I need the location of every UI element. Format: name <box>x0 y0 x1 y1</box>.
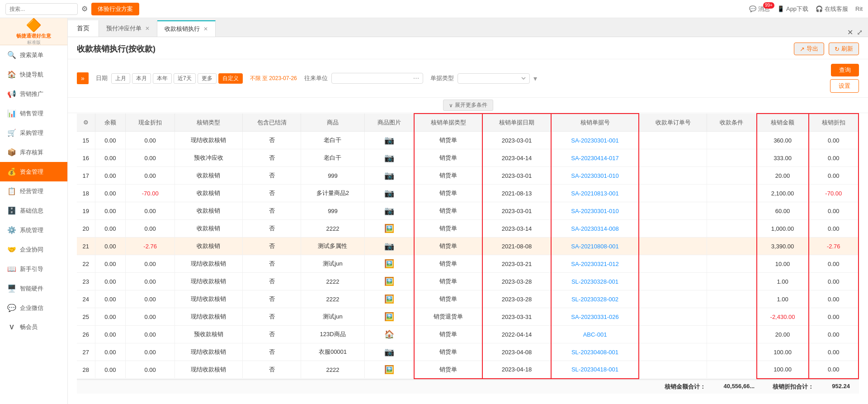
filter-expand-button[interactable]: » <box>77 72 89 84</box>
sidebar-item-corp[interactable]: 🤝 企业协同 <box>0 240 67 259</box>
cell-type: 收款核销 <box>175 202 243 220</box>
cell-goods: 999 <box>301 167 365 185</box>
bill-type-select[interactable] <box>458 73 530 84</box>
table-row: 24 0.00 0.00 现结收款核销 否 2222 🖼️ 销货单 2023-0… <box>77 290 859 308</box>
col-gear[interactable]: ⚙ <box>77 114 95 132</box>
sidebar-label-corp: 企业协同 <box>20 246 43 254</box>
sidebar-item-system[interactable]: ⚙️ 系统管理 <box>0 220 67 240</box>
cell-bill-no[interactable]: SA-20230321-012 <box>551 255 639 273</box>
cell-discount: 0.00 <box>809 220 859 238</box>
bill-no-link[interactable]: SL-20230328-001 <box>571 278 618 285</box>
table-row: 22 0.00 0.00 现结收款核销 否 测试jun 🖼️ 销货单 2023-… <box>77 255 859 273</box>
cell-settled: 否 <box>242 273 301 290</box>
cell-bill-no[interactable]: SA-20230331-026 <box>551 308 639 326</box>
cell-bill-no[interactable]: SA-20230301-010 <box>551 167 639 185</box>
bill-no-link[interactable]: SA-20230314-008 <box>571 225 619 232</box>
bill-no-link[interactable]: SA-20230301-010 <box>571 208 619 214</box>
cell-goods: 测试多属性 <box>301 238 365 255</box>
cell-bill-no[interactable]: SA-20230414-017 <box>551 149 639 167</box>
bill-no-link[interactable]: ABC-001 <box>583 331 607 338</box>
sidebar-item-inventory[interactable]: 📦 库存核算 <box>0 143 67 162</box>
sidebar-item-smart[interactable]: 🖥️ 智能硬件 <box>0 279 67 298</box>
cell-bill-no[interactable]: SA-20210808-001 <box>551 238 639 255</box>
date-btn-last-month[interactable]: 上月 <box>111 73 130 84</box>
settings-icon[interactable]: ⚙ <box>81 5 88 13</box>
window-close-icon[interactable]: ✕ <box>847 28 853 37</box>
cell-bill-no[interactable]: SA-20210813-001 <box>551 185 639 202</box>
table-row: 23 0.00 0.00 现结收款核销 否 2222 🖼️ 销货单 2023-0… <box>77 273 859 290</box>
sidebar-item-sales[interactable]: 📊 销售管理 <box>0 104 67 123</box>
sidebar-item-search-menu[interactable]: 🔍 搜索菜单 <box>0 45 67 65</box>
cell-bill-no[interactable]: SL-20230328-001 <box>551 273 639 290</box>
date-filter-group: 日期 上月 本月 本年 近7天 更多 自定义 <box>96 73 243 84</box>
date-label: 日期 <box>96 74 108 82</box>
date-btn-custom[interactable]: 自定义 <box>218 73 243 84</box>
expand-more-button[interactable]: ∨ 展开更多条件 <box>443 100 493 111</box>
cell-bill-no[interactable]: SL-20230408-001 <box>551 343 639 361</box>
sidebar-item-biz[interactable]: 📋 经营管理 <box>0 181 67 201</box>
cell-type: 预收款核销 <box>175 326 243 343</box>
cell-bill-no[interactable]: SA-20230301-010 <box>551 202 639 220</box>
bill-no-link[interactable]: SL-20230328-002 <box>571 296 618 303</box>
bill-no-link[interactable]: SA-20230321-012 <box>571 261 619 267</box>
cell-bill-type: 销货退货单 <box>414 308 482 326</box>
query-button[interactable]: 查询 <box>831 64 859 76</box>
search-input[interactable] <box>5 3 78 15</box>
bill-no-link[interactable]: SA-20230331-026 <box>571 314 619 320</box>
export-button[interactable]: ↗ 导出 <box>794 43 824 55</box>
filter-settings-button[interactable]: 设置 <box>830 79 859 93</box>
bill-no-link[interactable]: SA-20210808-001 <box>571 243 619 250</box>
bill-type-dropdown-icon[interactable]: ▾ <box>533 74 537 83</box>
date-btn-this-year[interactable]: 本年 <box>153 73 172 84</box>
app-download-button[interactable]: 📱 App下载 <box>777 5 808 13</box>
cell-bill-no[interactable]: SA-20230314-008 <box>551 220 639 238</box>
cell-amount: 2,100.00 <box>757 185 809 202</box>
sidebar-item-finance[interactable]: 💰 资金管理 <box>0 162 67 181</box>
cell-num: 18 <box>77 185 95 202</box>
tab-prepay-close[interactable]: ✕ <box>145 25 150 32</box>
sidebar-item-member[interactable]: V 畅会员 <box>0 318 67 337</box>
date-btn-this-month[interactable]: 本月 <box>132 73 151 84</box>
wechat-icon: 💬 <box>7 304 16 312</box>
sidebar-item-quick-nav[interactable]: 🏠 快捷导航 <box>0 65 67 84</box>
bill-no-link[interactable]: SA-20210813-001 <box>571 190 619 197</box>
table-row: 17 0.00 0.00 收款核销 否 999 📷 销货单 2023-03-01… <box>77 167 859 185</box>
col-balance: 余额 <box>95 114 126 132</box>
cell-bill-no[interactable]: SA-20230301-001 <box>551 132 639 149</box>
cell-bill-no[interactable]: SL-20230418-001 <box>551 361 639 379</box>
sidebar-item-marketing[interactable]: 📢 营销推广 <box>0 84 67 104</box>
message-icon: 💬 <box>749 5 756 12</box>
sidebar-label-search: 搜索菜单 <box>20 51 43 59</box>
bill-no-link[interactable]: SA-20230301-001 <box>571 137 619 144</box>
expand-more-label: 展开更多条件 <box>455 101 487 109</box>
sidebar-item-guide[interactable]: 📖 新手引导 <box>0 259 67 279</box>
tab-collection[interactable]: 收款核销执行 ✕ <box>157 20 216 37</box>
tab-prepay[interactable]: 预付冲应付单 ✕ <box>99 20 157 37</box>
message-button[interactable]: 💬 消息 99+ <box>749 5 770 13</box>
partner-dots-icon[interactable]: ··· <box>413 74 419 82</box>
bill-no-link[interactable]: SL-20230418-001 <box>571 366 618 373</box>
online-service-button[interactable]: 🎧 在线客服 <box>816 5 848 13</box>
bill-no-link[interactable]: SA-20230414-017 <box>571 155 619 162</box>
partner-input[interactable] <box>335 75 411 82</box>
cell-type: 现结收款核销 <box>175 361 243 379</box>
sidebar-item-base[interactable]: 🗄️ 基础信息 <box>0 201 67 220</box>
cell-img: 🖼️ <box>364 290 414 308</box>
tab-collection-close[interactable]: ✕ <box>203 26 208 32</box>
date-btn-more[interactable]: 更多 <box>198 73 217 84</box>
sidebar-item-wechat[interactable]: 💬 企业微信 <box>0 298 67 318</box>
col-bill-date: 核销单据日期 <box>482 114 551 132</box>
date-btn-7days[interactable]: 近7天 <box>174 73 196 84</box>
bill-no-link[interactable]: SA-20230301-010 <box>571 172 619 179</box>
sidebar-item-purchase[interactable]: 🛒 采购管理 <box>0 123 67 143</box>
solution-button[interactable]: 体验行业方案 <box>91 3 139 15</box>
footer-amount-label: 核销金额合计： <box>665 383 706 391</box>
tab-home[interactable]: 首页 <box>68 20 99 37</box>
refresh-button[interactable]: ↻ 刷新 <box>829 43 859 55</box>
cell-bill-no[interactable]: ABC-001 <box>551 326 639 343</box>
bill-no-link[interactable]: SL-20230408-001 <box>571 349 618 356</box>
cell-bill-no[interactable]: SL-20230328-002 <box>551 290 639 308</box>
window-maximize-icon[interactable]: ⤢ <box>857 28 863 37</box>
user-profile[interactable]: Rit <box>855 5 863 12</box>
cell-bill-type: 销货单 <box>414 361 482 379</box>
